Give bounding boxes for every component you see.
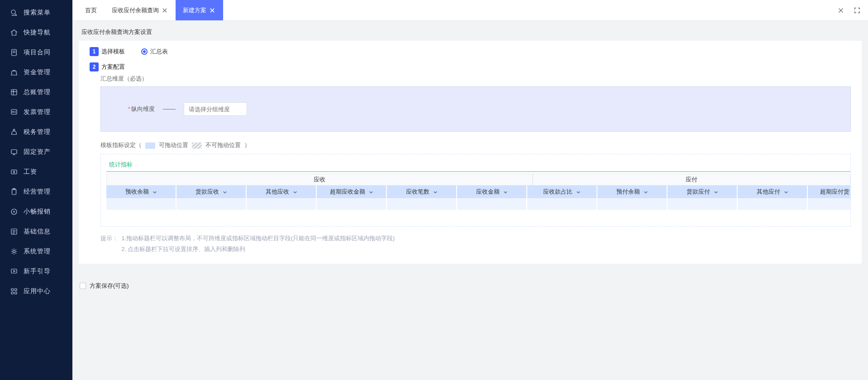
sidebar-item-assets[interactable]: 固定资产 xyxy=(0,142,72,162)
table-cell xyxy=(247,198,317,210)
col-header[interactable]: 其他应付 xyxy=(738,185,808,198)
ledger-icon xyxy=(10,88,18,96)
step1-badge: 1 xyxy=(90,47,99,56)
fullscreen-button[interactable] xyxy=(851,4,863,17)
sidebar-item-label: 小畅报销 xyxy=(24,208,51,216)
close-icon[interactable] xyxy=(162,7,168,14)
step2-row: 2 方案配置 xyxy=(79,62,862,71)
content-scroll: 应收应付余额查询方案设置 1 选择模板 汇总表 2 方案配置 汇总维度（必选） xyxy=(72,21,868,380)
svg-rect-9 xyxy=(11,109,17,114)
chevron-down-icon xyxy=(223,190,227,194)
save-row: 方案保存(可选) xyxy=(72,274,868,290)
radio-label: 汇总表 xyxy=(150,48,168,56)
chevron-down-icon xyxy=(714,190,718,194)
sidebar-item-label: 工资 xyxy=(24,168,37,176)
sidebar-item-label: 项目合同 xyxy=(24,48,51,57)
sidebar-item-label: 系统管理 xyxy=(24,247,51,256)
col-header[interactable]: 预付余额 xyxy=(597,185,668,198)
sidebar-item-system[interactable]: 系统管理 xyxy=(0,242,72,261)
dimension-box: * 纵向维度 xyxy=(100,86,851,132)
sidebar-item-ledger[interactable]: 总账管理 xyxy=(0,82,72,102)
col-header[interactable]: 应收笔数 xyxy=(387,185,457,198)
guide-icon xyxy=(10,267,18,276)
sidebar-item-apps[interactable]: 应用中心 xyxy=(0,281,72,301)
sidebar-item-contract[interactable]: 项目合同 xyxy=(0,43,72,62)
tab-label: 应收应付余额查询 xyxy=(112,6,159,14)
legend-drag-label: 可拖动位置 xyxy=(159,142,188,149)
sidebar-item-home[interactable]: 快捷导航 xyxy=(0,23,72,43)
sidebar-item-basicinfo[interactable]: 基础信息 xyxy=(0,222,72,242)
radio-icon xyxy=(141,48,148,55)
col-header[interactable]: 预收余额 xyxy=(106,185,176,198)
document-icon xyxy=(10,48,18,57)
tab-bar: 首页 应收应付余额查询 新建方案 xyxy=(72,0,868,21)
col-header[interactable]: 其他应收 xyxy=(247,185,317,198)
sidebar-item-funds[interactable]: 资金管理 xyxy=(0,62,72,82)
chevron-down-icon xyxy=(644,190,648,194)
template-radio-summary[interactable]: 汇总表 xyxy=(141,48,168,56)
salary-icon xyxy=(10,168,18,176)
step1-label: 选择模板 xyxy=(101,48,125,56)
col-label: 货款应收 xyxy=(196,188,219,196)
legend-nodrag-label: 不可拖动位置 xyxy=(205,142,241,149)
dim-field-text: 纵向维度 xyxy=(131,105,155,113)
tab-new-scheme[interactable]: 新建方案 xyxy=(176,0,223,20)
save-label: 方案保存(可选) xyxy=(90,282,129,290)
search-icon xyxy=(10,9,18,17)
col-header[interactable]: 超期应付货 xyxy=(808,185,850,198)
sidebar-item-tax[interactable]: 税务管理 xyxy=(0,122,72,142)
legend-row: 模板指标设定（ 可拖动位置 不可拖动位置 ） xyxy=(100,142,862,149)
chevron-down-icon xyxy=(784,190,788,194)
step1-row: 1 选择模板 汇总表 xyxy=(79,47,862,56)
sidebar-item-label: 应用中心 xyxy=(24,287,51,295)
table-cell xyxy=(738,198,808,210)
table-cell xyxy=(457,198,527,210)
tab-label: 首页 xyxy=(85,6,97,14)
close-all-button[interactable] xyxy=(835,4,847,17)
table-cell xyxy=(668,198,738,210)
sidebar-item-search[interactable]: 搜索菜单 xyxy=(0,3,72,23)
close-icon[interactable] xyxy=(209,7,215,14)
bag-icon xyxy=(10,68,18,76)
sidebar-item-label: 搜索菜单 xyxy=(24,9,51,17)
col-header[interactable]: 应收金额 xyxy=(457,185,527,198)
column-header-row: 预收余额 货款应收 其他应收 超期应收金额 应收笔数 应收金额 应收款占比 预付… xyxy=(106,185,850,198)
sidebar-item-business[interactable]: 经营管理 xyxy=(0,182,72,202)
tab-home[interactable]: 首页 xyxy=(78,0,105,20)
legend-head: 模板指标设定（ xyxy=(100,142,142,149)
dim-section-label: 汇总维度（必选） xyxy=(100,75,862,83)
col-header[interactable]: 货款应付 xyxy=(668,185,738,198)
sidebar-item-reimburse[interactable]: 小畅报销 xyxy=(0,202,72,222)
svg-rect-29 xyxy=(15,289,17,291)
dimension-select[interactable] xyxy=(184,102,247,116)
dim-field-label: * 纵向维度 xyxy=(128,105,155,113)
svg-rect-31 xyxy=(15,292,17,294)
col-label: 其他应付 xyxy=(757,188,780,196)
legend-chip-fixed xyxy=(192,142,202,149)
sidebar-item-salary[interactable]: 工资 xyxy=(0,162,72,182)
svg-point-0 xyxy=(11,10,15,14)
col-label: 超期应付货 xyxy=(820,188,849,196)
col-label: 货款应付 xyxy=(687,188,710,196)
svg-rect-14 xyxy=(11,150,17,154)
col-label: 预收余额 xyxy=(125,188,149,196)
chevron-down-icon xyxy=(153,190,157,194)
template-box: 统计指标 应收 应付 预收余额 货款应收 其他应收 超期应收金额 xyxy=(100,154,851,227)
col-header[interactable]: 超期应收金额 xyxy=(317,185,387,198)
tab-label: 新建方案 xyxy=(183,6,206,14)
sidebar-item-invoice[interactable]: 发票管理 xyxy=(0,102,72,122)
sidebar-item-label: 税务管理 xyxy=(24,128,51,136)
legend-chip-draggable xyxy=(145,142,155,149)
tab-ar-ap-query[interactable]: 应收应付余额查询 xyxy=(105,0,176,20)
chevron-down-icon xyxy=(369,190,373,194)
svg-rect-28 xyxy=(11,289,14,291)
table-body-row xyxy=(106,198,850,210)
table-cell xyxy=(176,198,247,210)
col-header[interactable]: 应收款占比 xyxy=(527,185,597,198)
save-checkbox[interactable] xyxy=(80,283,86,289)
col-header[interactable]: 货款应收 xyxy=(176,185,247,198)
group-receivable: 应收 xyxy=(106,174,533,185)
hint-block: 提示： 1.拖动标题栏可以调整布局，不可跨维度或指标区域拖动栏目字段(只能在同一… xyxy=(100,233,862,255)
sidebar-item-guide[interactable]: 新手引导 xyxy=(0,261,72,281)
svg-marker-27 xyxy=(14,271,15,272)
